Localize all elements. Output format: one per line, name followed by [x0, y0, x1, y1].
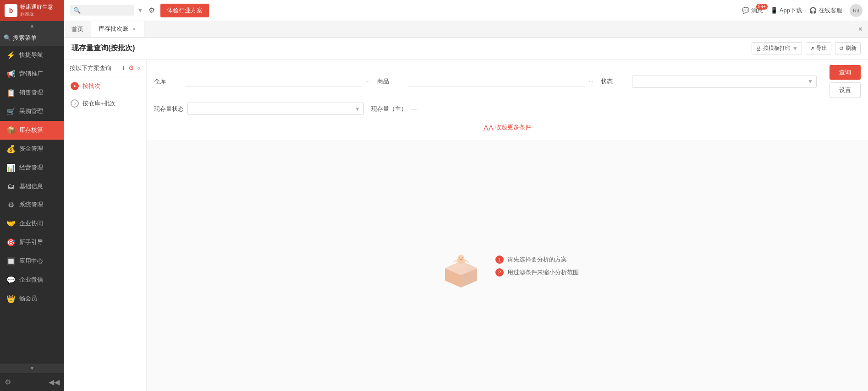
sidebar-item-operations[interactable]: 📊 经营管理: [0, 158, 64, 177]
svg-line-9: [453, 260, 456, 262]
topbar-right: 💬 消息 99+ 📱 App下载 🎧 在线客服 Rit: [742, 4, 863, 17]
step-1-number: 1: [495, 255, 504, 264]
page-title: 现存量查询(按批次): [71, 43, 135, 53]
online-support-button[interactable]: 🎧 在线客服: [809, 6, 842, 15]
product-dots[interactable]: ···: [589, 78, 593, 85]
svg-point-7: [459, 257, 460, 258]
purchase-icon: 🛒: [6, 107, 16, 116]
print-icon: 🖨: [756, 45, 761, 52]
svg-point-8: [462, 257, 463, 258]
quick-nav-icon: ⚡: [6, 51, 16, 60]
batch-tab-label: 库存批次账: [99, 25, 128, 33]
user-avatar: Rit: [850, 4, 863, 17]
product-label: 商品: [377, 77, 405, 86]
sidebar-item-basic-info[interactable]: 🗂 基础信息: [0, 177, 64, 196]
query-button[interactable]: 查询: [830, 65, 861, 80]
tab-home[interactable]: 首页: [64, 21, 91, 37]
collapse-filters-button[interactable]: ⋀⋀ 收起更多条件: [154, 119, 861, 135]
filter-stock-qty: 现存量（主） —: [371, 105, 581, 113]
sidebar-item-label: 应用中心: [19, 257, 43, 265]
product-input[interactable]: [408, 76, 585, 87]
topbar-search-box[interactable]: 🔍: [70, 5, 134, 16]
messages-button[interactable]: 💬 消息 99+: [742, 6, 763, 15]
warehouse-dots[interactable]: ···: [365, 78, 370, 85]
app-logo: b: [5, 4, 17, 17]
left-panel-actions: + ⚙ «: [121, 64, 141, 72]
refresh-icon: ↺: [839, 45, 844, 52]
collapse-panel-button[interactable]: «: [137, 64, 141, 72]
sidebar-footer: ⚙ ◀◀: [0, 373, 64, 391]
home-tab-label: 首页: [71, 25, 83, 33]
empty-step-1: 1 请先选择要分析的方案: [495, 255, 579, 264]
tab-close-button[interactable]: ×: [131, 26, 137, 32]
step-2-number: 2: [495, 268, 504, 277]
page-actions: 🖨 按模板打印 ▼ ↗ 导出 ↺ 刷新: [752, 42, 861, 54]
tab-inventory-batch[interactable]: 库存批次账 ×: [91, 21, 144, 37]
sidebar-item-newbie[interactable]: 🎯 新手引导: [0, 233, 64, 252]
print-button[interactable]: 🖨 按模板打印 ▼: [752, 42, 802, 54]
vip-icon: 👑: [6, 294, 16, 303]
sidebar-item-purchase[interactable]: 🛒 采购管理: [0, 102, 64, 121]
sidebar-item-label: 企业协同: [19, 219, 43, 228]
app-download-label: App下载: [780, 6, 802, 15]
sidebar-item-system[interactable]: ⚙ 系统管理: [0, 196, 64, 214]
filter-settings-button[interactable]: 设置: [830, 82, 861, 98]
refresh-button[interactable]: ↺ 刷新: [835, 42, 861, 54]
topbar: 🔍 ▼ ⚙ 体验行业方案 💬 消息 99+ 📱 App下载 🎧 在线客服 Rit: [64, 0, 868, 21]
sidebar-item-label: 快捷导航: [19, 51, 43, 59]
sidebar-item-inventory[interactable]: 📦 库存核算: [0, 121, 64, 140]
marketing-icon: 📢: [6, 70, 16, 78]
empty-step-2: 2 用过滤条件来缩小分析范围: [495, 268, 579, 277]
app-download-button[interactable]: 📱 App下载: [770, 6, 802, 15]
left-panel: 按以下方案查询 + ⚙ « ● 按批次 ○ 按仓库+批次: [64, 60, 147, 391]
left-panel-item-by-batch[interactable]: ● 按批次: [64, 77, 146, 95]
sidebar-scroll-up[interactable]: ▲: [0, 21, 64, 30]
sidebar-item-label: 资金管理: [19, 145, 43, 153]
sidebar-item-apps[interactable]: 🔲 应用中心: [0, 252, 64, 271]
refresh-label: 刷新: [846, 44, 857, 52]
sidebar-item-quick-nav[interactable]: ⚡ 快捷导航: [0, 46, 64, 65]
sidebar-item-marketing[interactable]: 📢 营销推广: [0, 65, 64, 83]
sidebar-search[interactable]: 🔍 搜索菜单: [0, 30, 64, 46]
sidebar: b 畅康通好生意 标准版 ▲ 🔍 搜索菜单 ⚡ 快捷导航 📢 营销推广 📋 销售…: [0, 0, 64, 391]
left-panel-header: 按以下方案查询 + ⚙ «: [64, 60, 146, 77]
sidebar-scroll-down[interactable]: ▼: [0, 364, 64, 373]
stock-status-select[interactable]: [187, 103, 364, 115]
sidebar-item-sales[interactable]: 📋 销售管理: [0, 83, 64, 102]
collapse-sidebar-icon[interactable]: ◀◀: [49, 378, 60, 386]
topbar-search-icon: 🔍: [73, 7, 81, 14]
trial-button[interactable]: 体验行业方案: [160, 4, 209, 17]
filter-row-1: 仓库 ··· 商品 ··· 状态: [154, 65, 861, 98]
export-button[interactable]: ↗ 导出: [806, 42, 831, 54]
topbar-gear-icon[interactable]: ⚙: [147, 4, 157, 16]
scheme-settings-icon[interactable]: ⚙: [128, 64, 134, 72]
tabs-bar: 首页 库存批次账 × ×: [64, 21, 868, 38]
sidebar-item-enterprise[interactable]: 🤝 企业协同: [0, 214, 64, 233]
status-select[interactable]: [632, 76, 817, 88]
enterprise-icon: 🤝: [6, 219, 16, 228]
apps-icon: 🔲: [6, 257, 16, 266]
step-2-text: 用过滤条件来缩小分析范围: [507, 268, 579, 277]
topbar-dropdown-icon[interactable]: ▼: [137, 7, 143, 14]
sidebar-item-finance[interactable]: 💰 资金管理: [0, 140, 64, 158]
tab-panel-close-button[interactable]: ×: [853, 25, 868, 33]
main-content: 🔍 ▼ ⚙ 体验行业方案 💬 消息 99+ 📱 App下载 🎧 在线客服 Rit: [64, 0, 868, 391]
sidebar-nav: ⚡ 快捷导航 📢 营销推广 📋 销售管理 🛒 采购管理 📦 库存核算 💰 资金管…: [0, 46, 64, 364]
warehouse-batch-item-icon: ○: [71, 99, 79, 108]
left-panel-item-by-warehouse-batch[interactable]: ○ 按仓库+批次: [64, 95, 146, 112]
empty-box-svg: [436, 248, 486, 289]
user-avatar-button[interactable]: Rit: [850, 4, 863, 17]
add-scheme-button[interactable]: +: [121, 64, 126, 72]
print-dropdown-icon: ▼: [792, 45, 798, 52]
search-icon: 🔍: [4, 34, 11, 41]
settings-icon[interactable]: ⚙: [5, 378, 11, 386]
stock-qty-dash: —: [411, 105, 417, 112]
sidebar-item-label: 采购管理: [19, 107, 43, 115]
sidebar-item-vip[interactable]: 👑 畅会员: [0, 289, 64, 308]
sidebar-item-weixin[interactable]: 💬 企业微信: [0, 271, 64, 289]
empty-illustration: [436, 248, 482, 284]
step-1-text: 请先选择要分析的方案: [507, 255, 567, 264]
topbar-search-input[interactable]: [82, 7, 128, 14]
sidebar-search-label: 搜索菜单: [13, 34, 37, 42]
warehouse-input[interactable]: [185, 76, 362, 87]
